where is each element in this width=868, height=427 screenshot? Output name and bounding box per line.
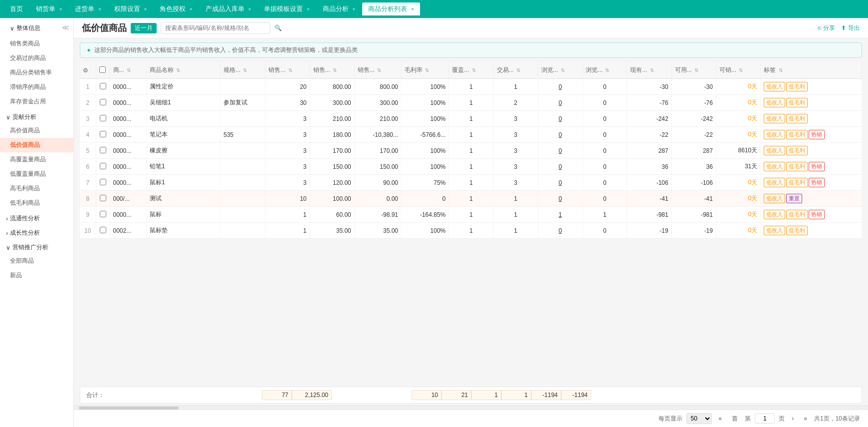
browse-link[interactable]: 0 [559,83,562,90]
col-browse2[interactable]: 浏览... ⇅ [583,62,627,79]
browse-link[interactable]: 0 [559,179,562,186]
row-select-checkbox[interactable] [100,195,106,201]
browse-link[interactable]: 0 [559,147,562,154]
select-all-checkbox[interactable] [99,66,106,73]
close-icon[interactable]: × [411,6,414,12]
col-sellable[interactable]: 可销... ⇅ [716,62,760,79]
col-settings[interactable]: ⚙ [80,62,96,79]
first-page-btn[interactable]: « [716,414,725,423]
row-checkbox[interactable] [96,175,110,191]
row-browse1[interactable]: 0 [538,79,582,95]
row-checkbox[interactable] [96,95,110,111]
last-page-btn[interactable]: » [801,414,810,423]
browse-link[interactable]: 0 [559,99,562,106]
col-stock[interactable]: 现有... ⇅ [627,62,671,79]
row-select-checkbox[interactable] [100,163,106,169]
close-icon[interactable]: × [190,6,193,12]
sidebar-item-inventory-capital[interactable]: 库存资金占用 [0,94,73,109]
browse-link[interactable]: 0 [559,195,562,202]
next-page-btn[interactable]: › [789,414,797,423]
sidebar-section-growth[interactable]: › 成长性分析 [0,225,73,239]
browse-link[interactable]: 1 [559,211,562,218]
row-select-checkbox[interactable] [100,83,106,89]
nav-product-analysis[interactable]: 商品分析 × [317,2,361,15]
sidebar-item-low-coverage[interactable]: 低覆盖量商品 [0,167,73,181]
close-icon[interactable]: × [98,6,101,12]
scrollbar-thumb[interactable] [79,407,179,410]
row-checkbox[interactable] [96,111,110,127]
close-icon[interactable]: × [59,6,62,12]
row-checkbox[interactable] [96,127,110,143]
row-browse1[interactable]: 0 [538,159,582,175]
col-coverage[interactable]: 覆盖... ⇅ [449,62,493,79]
col-browse1[interactable]: 浏览... ⇅ [538,62,582,79]
sidebar-item-new-products[interactable]: 新品 [0,268,73,283]
close-icon[interactable]: × [248,6,251,12]
horizontal-scrollbar[interactable] [74,406,868,410]
sidebar-item-high-profit[interactable]: 高毛利商品 [0,181,73,196]
row-select-checkbox[interactable] [100,131,106,137]
col-code[interactable]: 商... ⇅ [110,62,147,79]
export-button[interactable]: ⬆ 导出 [841,24,860,32]
close-icon[interactable]: × [144,6,147,12]
row-select-checkbox[interactable] [100,179,106,185]
page-size-select[interactable]: 50 100 200 [686,413,712,424]
row-browse1[interactable]: 0 [538,191,582,207]
col-tags[interactable]: 标签 ⇅ [761,62,862,79]
row-select-checkbox[interactable] [100,211,106,217]
row-checkbox[interactable] [96,79,110,95]
col-available[interactable]: 可用... ⇅ [671,62,716,79]
nav-permissions[interactable]: 权限设置 × [108,2,153,15]
row-browse1[interactable]: 0 [538,95,582,111]
browse-link[interactable]: 0 [559,115,562,122]
collapse-sidebar-icon[interactable]: ≪ [62,23,69,31]
col-spec[interactable]: 规格... ⇅ [220,62,265,79]
sidebar-item-sales-products[interactable]: 销售类商品 [0,36,73,51]
search-icon[interactable]: 🔍 [274,24,282,31]
col-sale1[interactable]: 销售... ⇅ [265,62,310,79]
sidebar-item-category-rate[interactable]: 商品分类销售率 [0,65,73,80]
col-sale2[interactable]: 销售... ⇅ [310,62,354,79]
col-name[interactable]: 商品名称 ⇅ [147,62,220,79]
nav-template[interactable]: 单据模板设置 × [258,2,315,15]
sidebar-item-high-coverage[interactable]: 高覆盖量商品 [0,152,73,167]
row-select-checkbox[interactable] [100,147,106,153]
col-checkbox[interactable] [96,62,110,79]
close-icon[interactable]: × [352,6,355,12]
prev-page-btn[interactable]: 首 [729,414,741,424]
sidebar-item-low-profit[interactable]: 低毛利商品 [0,196,73,210]
page-number-input[interactable] [755,414,775,424]
sidebar-item-all-products[interactable]: 全部商品 [0,254,73,268]
close-icon[interactable]: × [307,6,310,12]
nav-roles[interactable]: 角色授权 × [154,2,198,15]
row-browse1[interactable]: 0 [538,127,582,143]
col-trade[interactable]: 交易... ⇅ [493,62,538,79]
row-checkbox[interactable] [96,223,110,239]
nav-sales[interactable]: 销货单 × [30,2,68,15]
sidebar-item-slow-moving[interactable]: 滞销序的商品 [0,80,73,94]
browse-link[interactable]: 0 [559,227,562,234]
row-checkbox[interactable] [96,159,110,175]
sidebar-item-high-value[interactable]: 高价值商品 [0,123,73,138]
col-sale3[interactable]: 销售... ⇅ [354,62,401,79]
row-select-checkbox[interactable] [100,115,106,121]
row-browse1[interactable]: 0 [538,143,582,159]
row-checkbox[interactable] [96,207,110,223]
nav-purchase[interactable]: 进货单 × [69,2,107,15]
row-browse1[interactable]: 0 [538,175,582,191]
row-select-checkbox[interactable] [100,227,106,233]
nav-product-analysis-list[interactable]: 商品分析列表 × [362,2,420,15]
search-input[interactable] [161,22,270,34]
browse-link[interactable]: 0 [559,163,562,170]
sidebar-item-low-value[interactable]: 低价值商品 [0,138,73,152]
row-checkbox[interactable] [96,143,110,159]
sidebar-section-circulation[interactable]: › 流通性分析 [0,210,73,225]
nav-home[interactable]: 首页 [4,2,29,15]
row-select-checkbox[interactable] [100,99,106,105]
share-button[interactable]: ⎋ 分享 [818,24,835,32]
row-checkbox[interactable] [96,191,110,207]
browse-link[interactable]: 0 [559,131,562,138]
col-margin[interactable]: 毛利率 ⇅ [402,62,449,79]
row-browse1[interactable]: 1 [538,207,582,223]
filter-recent-month[interactable]: 近一月 [131,23,157,33]
